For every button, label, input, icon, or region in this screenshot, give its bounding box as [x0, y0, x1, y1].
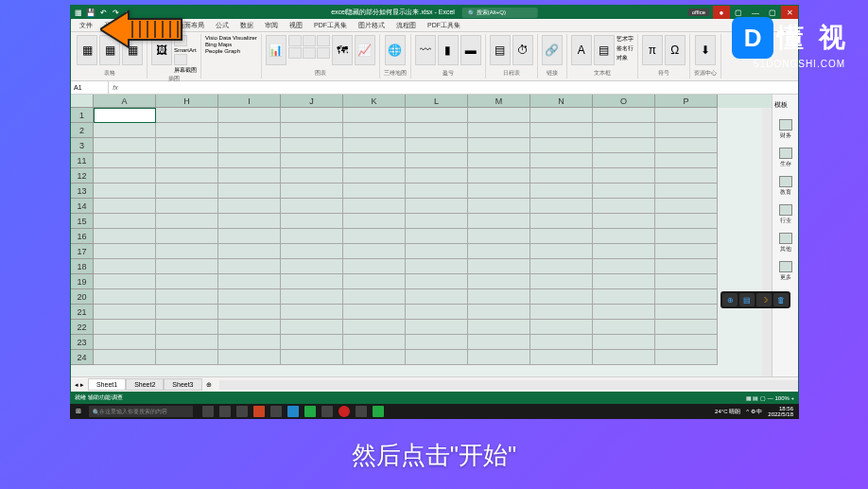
- cell[interactable]: [593, 259, 655, 274]
- screenshot-icon[interactable]: [174, 54, 187, 65]
- sheet-tab[interactable]: Sheet3: [164, 378, 201, 391]
- cell[interactable]: [156, 259, 218, 274]
- cell[interactable]: [218, 123, 281, 138]
- cell[interactable]: [281, 123, 343, 138]
- cell[interactable]: [468, 199, 530, 214]
- cell[interactable]: [281, 305, 343, 320]
- row-header[interactable]: 1: [71, 108, 94, 123]
- cell[interactable]: [281, 229, 343, 244]
- cell[interactable]: [94, 214, 156, 229]
- cell[interactable]: [343, 183, 406, 199]
- cell[interactable]: [406, 305, 468, 320]
- cell[interactable]: [655, 183, 718, 199]
- panel-item[interactable]: 更多: [779, 261, 792, 282]
- cell[interactable]: [281, 259, 343, 274]
- weather[interactable]: 24°C 晴朗: [715, 408, 740, 416]
- cell[interactable]: [468, 289, 530, 305]
- cell[interactable]: [156, 274, 218, 289]
- task-icon[interactable]: [202, 406, 214, 417]
- cell[interactable]: [281, 244, 343, 259]
- panel-item[interactable]: 财务: [779, 119, 792, 140]
- cell[interactable]: [655, 289, 718, 305]
- cell[interactable]: [468, 214, 530, 229]
- cell[interactable]: [468, 229, 530, 244]
- row-header[interactable]: 2: [71, 123, 94, 138]
- cell[interactable]: [281, 350, 343, 365]
- qat-more-icon[interactable]: ▾: [123, 8, 132, 17]
- redo-icon[interactable]: ↷: [111, 8, 120, 17]
- task-icon[interactable]: [373, 406, 384, 417]
- cell[interactable]: [218, 199, 281, 214]
- row-header[interactable]: 20: [71, 289, 94, 305]
- search-box[interactable]: 🔍 搜索(Alt+Q): [462, 8, 538, 18]
- cell[interactable]: [218, 335, 281, 350]
- cell[interactable]: [530, 214, 593, 229]
- tab-pdf[interactable]: PDF工具集: [308, 19, 353, 31]
- tab-draw[interactable]: 绘图: [148, 19, 172, 31]
- cell[interactable]: [218, 153, 281, 168]
- smartart-icon[interactable]: [174, 35, 187, 46]
- cell[interactable]: [94, 108, 156, 123]
- cell[interactable]: [655, 108, 718, 123]
- cell[interactable]: [343, 108, 406, 123]
- spreadsheet-grid[interactable]: A H I J K L M N O P 12311121314151617181…: [71, 95, 772, 376]
- cell[interactable]: [593, 123, 655, 138]
- cell[interactable]: [406, 153, 468, 168]
- cell[interactable]: [530, 138, 593, 153]
- taskbar-search[interactable]: 🔍 在这里输入你要搜索的内容: [89, 406, 193, 417]
- cell[interactable]: [406, 289, 468, 305]
- task-icon[interactable]: [304, 406, 316, 417]
- cell[interactable]: [655, 350, 718, 365]
- chart-type-icon[interactable]: [288, 35, 302, 46]
- float-add-icon[interactable]: ⊕: [722, 293, 738, 306]
- cell[interactable]: [281, 214, 343, 229]
- cell[interactable]: [343, 199, 406, 214]
- row-header[interactable]: 17: [71, 244, 94, 259]
- tab-home[interactable]: 开始: [98, 19, 123, 31]
- cell[interactable]: [406, 138, 468, 153]
- cell[interactable]: [468, 259, 530, 274]
- cell[interactable]: [94, 199, 156, 214]
- row-header[interactable]: 15: [71, 214, 94, 229]
- row-header[interactable]: 11: [71, 153, 94, 168]
- cell[interactable]: [593, 214, 655, 229]
- cell[interactable]: [655, 153, 718, 168]
- cell[interactable]: [406, 108, 468, 123]
- cell[interactable]: [94, 274, 156, 289]
- cell[interactable]: [343, 350, 406, 365]
- cell[interactable]: [218, 138, 281, 153]
- cell[interactable]: [530, 244, 593, 259]
- cell[interactable]: [218, 274, 281, 289]
- tab-flowchart[interactable]: 流程图: [391, 19, 422, 31]
- cell[interactable]: [343, 274, 406, 289]
- cell[interactable]: [343, 214, 406, 229]
- cell[interactable]: [406, 320, 468, 335]
- col-header[interactable]: A: [94, 95, 156, 108]
- cell[interactable]: [281, 335, 343, 350]
- cell[interactable]: [156, 108, 218, 123]
- cell[interactable]: [94, 320, 156, 335]
- tray-icons[interactable]: ^ ⚙ 中: [746, 408, 762, 416]
- table-icon[interactable]: ▦: [122, 35, 143, 65]
- chart-type-icon[interactable]: [303, 47, 316, 59]
- cell[interactable]: [156, 153, 218, 168]
- cell[interactable]: [218, 168, 281, 183]
- tab-view[interactable]: 视图: [284, 19, 308, 31]
- cell[interactable]: [281, 289, 343, 305]
- float-trash-icon[interactable]: 🗑: [773, 293, 789, 306]
- cell[interactable]: [156, 183, 218, 199]
- cell[interactable]: [156, 229, 218, 244]
- tab-picformat[interactable]: 图片格式: [353, 19, 391, 31]
- col-header[interactable]: L: [406, 95, 468, 108]
- cell[interactable]: [406, 350, 468, 365]
- panel-item[interactable]: 教育: [779, 176, 792, 197]
- cell[interactable]: [343, 305, 406, 320]
- cell[interactable]: [343, 229, 406, 244]
- cell[interactable]: [468, 168, 530, 183]
- equation-icon[interactable]: π: [642, 35, 663, 65]
- cell[interactable]: [593, 305, 655, 320]
- task-icon[interactable]: [321, 406, 333, 417]
- maps-icon[interactable]: 🗺: [332, 35, 353, 65]
- cell[interactable]: [655, 320, 718, 335]
- cell[interactable]: [343, 289, 406, 305]
